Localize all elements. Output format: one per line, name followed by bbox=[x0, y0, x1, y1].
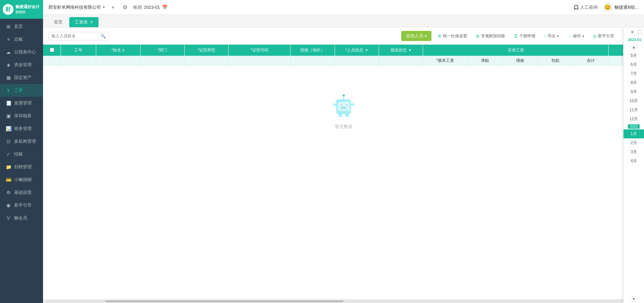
timeline-period-display: 2023.01 bbox=[625, 36, 644, 43]
sidebar-item-expense[interactable]: 💳 小畅报销 bbox=[0, 173, 43, 186]
tabbar: 首页 工资表 ✕ bbox=[43, 15, 644, 28]
customer-service-button[interactable]: 🎧 人工咨询 bbox=[573, 4, 598, 10]
table-body: 暂无数据 bbox=[43, 66, 644, 157]
sidebar-item-fund[interactable]: ◈ 资金管理 bbox=[0, 58, 43, 71]
month-item-2022-9[interactable]: 9月 bbox=[623, 87, 644, 96]
calendar-icon[interactable]: 📅 bbox=[162, 5, 167, 10]
sidebar-item-guide[interactable]: ◉ 新手引导 bbox=[0, 199, 43, 212]
empty-icon bbox=[330, 93, 357, 120]
app-logo: 财 畅捷通好会计 旗舰版 bbox=[0, 0, 43, 19]
guide-icon: ◎ bbox=[593, 34, 597, 39]
search-wrap[interactable]: 🔍 bbox=[48, 32, 109, 40]
sidebar-label-invoice: 发票管理 bbox=[14, 100, 32, 106]
user-name: 畅捷通B组... bbox=[614, 4, 639, 10]
sidebar-item-cloud-report[interactable]: ☁ 云报表中心 bbox=[0, 46, 43, 58]
page-content: 🔍 添加人员 ▾ ⚙ 统一社保设置 ⊕ 专项附加扣除 bbox=[43, 28, 644, 303]
sidebar-item-archive[interactable]: 📁 归档管理 bbox=[0, 161, 43, 173]
table-subheader: *基本工资 津贴 绩效 扣款 合计 bbox=[43, 56, 644, 66]
sidebar-label-assets: 固定资产 bbox=[14, 75, 32, 81]
svg-rect-8 bbox=[333, 103, 336, 105]
social-security-button[interactable]: ⚙ 统一社保设置 bbox=[435, 32, 470, 40]
add-company-button[interactable]: + bbox=[109, 3, 117, 11]
select-all-checkbox[interactable] bbox=[50, 48, 54, 52]
month-item-2022-6[interactable]: 6月 bbox=[623, 60, 644, 69]
scroll-thumb[interactable] bbox=[105, 300, 343, 302]
month-item-2023-3[interactable]: 3月 bbox=[623, 147, 644, 157]
topbar: 西安虾米网络科技有限公司 ▾ + ⚙ 账期 2023-01 📅 🎧 人工咨询 😊… bbox=[43, 0, 644, 15]
special-deduct-button[interactable]: ⊕ 专项附加扣除 bbox=[473, 32, 508, 40]
social-security-label: 统一社保设置 bbox=[443, 33, 467, 39]
sidebar-label-member: 畅会员 bbox=[14, 215, 27, 221]
sidebar-label-salary: 工资 bbox=[14, 87, 23, 93]
guide-button[interactable]: ◎ 新手引导 bbox=[590, 32, 617, 40]
sidebar-item-home[interactable]: ⊞ 首页 bbox=[0, 20, 43, 33]
table-header: 工号 *姓名 ⇅ *部门 *证照类型 *证照号码 国籍（地区） *人员状态 bbox=[43, 45, 644, 66]
th-name[interactable]: *姓名 ⇅ bbox=[96, 45, 140, 56]
th-salary-group: 应发工资 bbox=[423, 45, 609, 56]
company-selector[interactable]: 西安虾米网络科技有限公司 ▾ bbox=[48, 4, 105, 10]
archive-icon: 📁 bbox=[5, 164, 11, 170]
search-input[interactable] bbox=[51, 34, 99, 38]
export-icon: ↑ bbox=[544, 34, 546, 39]
th-name-label: *姓名 bbox=[111, 48, 121, 52]
month-item-2023-2[interactable]: 2月 bbox=[623, 138, 644, 147]
month-item-2022-7[interactable]: 7月 bbox=[623, 69, 644, 78]
month-item-2023-4[interactable]: 4月 bbox=[623, 157, 644, 166]
month-item-2022-10[interactable]: 10月 bbox=[623, 96, 644, 105]
tax-icon: 📊 bbox=[5, 126, 11, 131]
month-item-2023-1[interactable]: 1月 bbox=[623, 129, 644, 138]
sidebar-item-multi-org[interactable]: ⊡ 多机构管理 bbox=[0, 135, 43, 148]
company-settings-icon[interactable]: ⚙ bbox=[121, 3, 129, 11]
sidebar-item-ledger[interactable]: ≡ 总账 bbox=[0, 33, 43, 46]
month-item-2022-8[interactable]: 8月 bbox=[623, 78, 644, 87]
panel-expand-button[interactable]: ⛶ bbox=[637, 29, 643, 35]
sidebar-label-settle: 结账 bbox=[14, 151, 23, 157]
user-avatar: 😊 bbox=[603, 3, 612, 12]
tab-close-icon[interactable]: ✕ bbox=[90, 20, 93, 25]
export-label: 导出 bbox=[547, 33, 556, 39]
timeline-nav-up[interactable]: ▲ bbox=[631, 44, 637, 50]
logo-icon: 财 bbox=[3, 4, 13, 15]
sidebar-item-fixed-assets[interactable]: ▦ 固定资产 bbox=[0, 71, 43, 84]
sidebar-label-inventory: 库存核算 bbox=[14, 113, 32, 119]
year-2023-badge: 2023 bbox=[628, 124, 639, 129]
sidebar-item-settings[interactable]: ⚙ 基础设置 bbox=[0, 186, 43, 199]
page-toolbar: 🔍 添加人员 ▾ ⚙ 统一社保设置 ⊕ 专项附加扣除 bbox=[43, 28, 644, 45]
user-info[interactable]: 😊 畅捷通B组... bbox=[603, 3, 639, 12]
sidebar: 财 畅捷通好会计 旗舰版 ⊞ 首页 ≡ 总账 ☁ 云报表中心 ◈ 资金管理 ▦ … bbox=[0, 0, 43, 303]
topbar-right: 🎧 人工咨询 😊 畅捷通B组... bbox=[573, 3, 639, 12]
th-status[interactable]: *人员状态 ▼ bbox=[335, 45, 379, 56]
sidebar-item-invoice[interactable]: 🧾 发票管理 bbox=[0, 97, 43, 110]
special-deduct-label: 专项附加扣除 bbox=[481, 33, 505, 39]
month-item-2022-12[interactable]: 12月 bbox=[623, 115, 644, 124]
sidebar-item-member[interactable]: V 畅会员 bbox=[0, 212, 43, 224]
tab-salary-table[interactable]: 工资表 ✕ bbox=[69, 17, 99, 27]
month-item-2022-5[interactable]: 5月 bbox=[623, 51, 644, 60]
sidebar-item-salary[interactable]: ¥ 工资 bbox=[0, 84, 43, 97]
multi-org-icon: ⊡ bbox=[5, 139, 11, 144]
tax-report-button[interactable]: ☰ 个税申报 bbox=[511, 32, 538, 40]
export-button[interactable]: ↑ 导出 ▾ bbox=[541, 32, 562, 40]
svg-rect-10 bbox=[339, 114, 342, 117]
add-person-dropdown-icon: ▾ bbox=[425, 34, 427, 38]
sidebar-label-settings: 基础设置 bbox=[14, 189, 32, 196]
sort-icon: ⇅ bbox=[122, 49, 125, 52]
empty-state-cell: 暂无数据 bbox=[43, 66, 644, 157]
main-container: 西安虾米网络科技有限公司 ▾ + ⚙ 账期 2023-01 📅 🎧 人工咨询 😊… bbox=[43, 0, 644, 303]
empty-text: 暂无数据 bbox=[335, 124, 352, 130]
operation-button[interactable]: ⋯ 操作 ▾ bbox=[565, 32, 587, 40]
tab-home[interactable]: 首页 bbox=[48, 17, 68, 27]
subth-empty3 bbox=[96, 56, 140, 66]
subth-empty4 bbox=[140, 56, 184, 66]
add-person-button[interactable]: 添加人员 ▾ bbox=[401, 31, 431, 41]
sidebar-item-tax[interactable]: 📊 税务管理 bbox=[0, 122, 43, 135]
month-item-2022-11[interactable]: 11月 bbox=[623, 105, 644, 115]
salary-table: 工号 *姓名 ⇅ *部门 *证照类型 *证照号码 国籍（地区） *人员状态 bbox=[43, 45, 644, 157]
th-report[interactable]: 报送状态 ▼ bbox=[379, 45, 423, 56]
app-name: 畅捷通好会计 bbox=[15, 4, 40, 10]
subth-base: *基本工资 bbox=[423, 56, 467, 66]
sidebar-item-inventory[interactable]: ▣ 库存核算 bbox=[0, 110, 43, 122]
timeline-nav-down[interactable]: ▼ bbox=[631, 296, 637, 302]
sidebar-item-settle[interactable]: ✓ 结账 bbox=[0, 148, 43, 161]
panel-close-button[interactable]: ✕ bbox=[629, 29, 635, 35]
